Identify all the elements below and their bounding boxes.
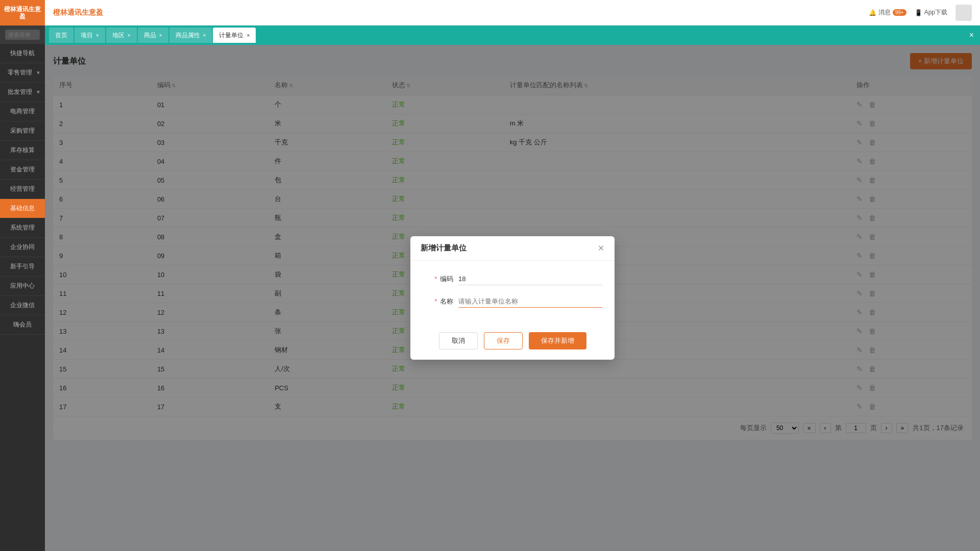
tab-units[interactable]: 计量单位 × xyxy=(213,28,256,43)
top-header: 橙林通讯生意盈 🔔 消息 99+ 📱 App下载 xyxy=(45,0,980,26)
modal-header: 新增计量单位 ✕ xyxy=(410,236,615,261)
sidebar-item-wholesale[interactable]: 批发管理 ▼ xyxy=(0,83,45,102)
notification-btn[interactable]: 🔔 消息 99+ xyxy=(869,8,906,17)
main-content: 橙林通讯生意盈 🔔 消息 99+ 📱 App下载 首页 项目 × 地区 × xyxy=(45,0,980,551)
retail-label: 零售管理 xyxy=(4,68,36,77)
wholesale-arrow: ▼ xyxy=(36,89,41,95)
sidebar-item-system[interactable]: 系统管理 xyxy=(0,218,45,238)
sidebar-item-retail[interactable]: 零售管理 ▼ xyxy=(0,63,45,83)
save-button[interactable]: 保存 xyxy=(484,332,523,349)
retail-arrow: ▼ xyxy=(36,70,41,76)
sidebar-item-basic[interactable]: 基础信息 xyxy=(0,199,45,218)
tab-regions-label: 地区 xyxy=(112,31,125,40)
tab-projects-label: 项目 xyxy=(81,31,93,40)
sidebar-item-enterprise[interactable]: 企业微信 xyxy=(0,296,45,315)
code-form-row: * 编码 xyxy=(423,273,602,285)
sidebar-item-finance[interactable]: 资金管理 xyxy=(0,160,45,180)
modal-body: * 编码 * 名称 xyxy=(410,261,615,326)
tab-projects-close[interactable]: × xyxy=(96,33,99,38)
download-icon: 📱 xyxy=(915,9,922,16)
finance-label: 资金管理 xyxy=(4,165,41,174)
modal-footer: 取消 保存 保存并新增 xyxy=(410,326,615,360)
cancel-button[interactable]: 取消 xyxy=(439,332,478,349)
sidebar-item-cooperation[interactable]: 企业协同 xyxy=(0,238,45,257)
modal-title: 新增计量单位 xyxy=(421,243,467,253)
tab-attributes-label: 商品属性 xyxy=(176,31,200,40)
search-input[interactable] xyxy=(5,30,40,40)
add-unit-modal: 新增计量单位 ✕ * 编码 * 名称 xyxy=(410,236,615,360)
app-download-btn[interactable]: 📱 App下载 xyxy=(915,8,947,17)
wholesale-label: 批发管理 xyxy=(4,88,36,96)
enterprise-label: 企业微信 xyxy=(4,301,41,310)
content-area: 计量单位 + 新增计量单位 序号 编码⇅ 名称⇅ 状态⇅ 计量单位匹配的名称列表… xyxy=(45,45,980,551)
member-label: 嗨会员 xyxy=(4,320,41,329)
name-required: * xyxy=(434,297,437,305)
logo-text: 橙林通讯生意盈 xyxy=(4,6,41,20)
sidebar-item-purchase[interactable]: 采购管理 xyxy=(0,121,45,141)
tab-home-label: 首页 xyxy=(55,31,67,40)
modal-overlay: 新增计量单位 ✕ * 编码 * 名称 xyxy=(45,45,980,551)
bell-icon: 🔔 xyxy=(869,9,876,16)
tab-projects[interactable]: 项目 × xyxy=(75,28,105,43)
tab-units-close[interactable]: × xyxy=(247,33,250,38)
sidebar-item-inventory[interactable]: 库存核算 xyxy=(0,141,45,160)
tab-products-label: 商品 xyxy=(144,31,156,40)
tab-regions-close[interactable]: × xyxy=(128,33,131,38)
header-left: 橙林通讯生意盈 xyxy=(53,8,103,17)
tab-attributes[interactable]: 商品属性 × xyxy=(169,28,212,43)
inventory-label: 库存核算 xyxy=(4,146,41,155)
sidebar-item-member[interactable]: 嗨会员 xyxy=(0,315,45,335)
sidebar: 橙林通讯生意盈 快捷导航 零售管理 ▼ 批发管理 ▼ 电商管理 采购管理 库存核… xyxy=(0,0,45,551)
tab-home[interactable]: 首页 xyxy=(49,28,74,43)
cooperation-label: 企业协同 xyxy=(4,243,41,252)
avatar[interactable] xyxy=(955,5,972,21)
header-right: 🔔 消息 99+ 📱 App下载 xyxy=(869,5,972,21)
newguide-label: 新手引导 xyxy=(4,262,41,271)
notification-label: 消息 xyxy=(878,8,891,17)
close-all-tabs[interactable]: × xyxy=(967,29,976,42)
notification-badge: 99+ xyxy=(893,9,906,16)
name-label: * 名称 xyxy=(423,297,453,306)
purchase-label: 采购管理 xyxy=(4,127,41,135)
sidebar-item-ecommerce[interactable]: 电商管理 xyxy=(0,102,45,121)
system-label: 系统管理 xyxy=(4,223,41,232)
tab-attributes-close[interactable]: × xyxy=(203,33,206,38)
code-input[interactable] xyxy=(458,273,602,285)
quicknav-label: 快捷导航 xyxy=(4,49,41,58)
sidebar-item-quicknav[interactable]: 快捷导航 xyxy=(0,44,45,63)
sidebar-item-operations[interactable]: 经营管理 xyxy=(0,180,45,199)
sidebar-item-newguide[interactable]: 新手引导 xyxy=(0,257,45,277)
appcenter-label: 应用中心 xyxy=(4,282,41,290)
name-form-row: * 名称 xyxy=(423,295,602,308)
save-new-button[interactable]: 保存并新增 xyxy=(529,332,586,349)
tab-units-label: 计量单位 xyxy=(219,31,243,40)
code-label: * 编码 xyxy=(423,274,453,284)
tab-products[interactable]: 商品 × xyxy=(138,28,168,43)
tab-bar: 首页 项目 × 地区 × 商品 × 商品属性 × 计量单位 × × xyxy=(45,26,980,45)
name-input[interactable] xyxy=(458,295,602,308)
search-section xyxy=(0,26,45,44)
code-required: * xyxy=(434,275,437,283)
ecommerce-label: 电商管理 xyxy=(4,107,41,116)
basic-label: 基础信息 xyxy=(4,204,41,213)
company-name: 橙林通讯生意盈 xyxy=(53,8,103,17)
operations-label: 经营管理 xyxy=(4,185,41,193)
app-logo: 橙林通讯生意盈 xyxy=(0,0,45,26)
sidebar-item-appcenter[interactable]: 应用中心 xyxy=(0,277,45,296)
modal-close-btn[interactable]: ✕ xyxy=(598,243,604,253)
app-download-label: App下载 xyxy=(924,8,947,17)
sidebar-nav: 快捷导航 零售管理 ▼ 批发管理 ▼ 电商管理 采购管理 库存核算 资金管理 经… xyxy=(0,44,45,551)
tab-products-close[interactable]: × xyxy=(159,33,162,38)
tab-regions[interactable]: 地区 × xyxy=(106,28,137,43)
